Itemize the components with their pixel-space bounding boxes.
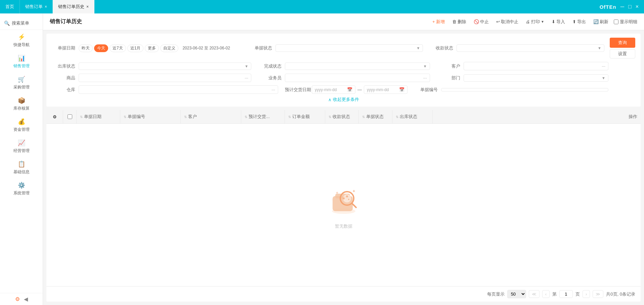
th-settings[interactable]: ⚙ [46, 110, 63, 123]
search-menu[interactable]: 🔍 搜索菜单 [0, 17, 43, 30]
calendar-icon2[interactable]: 📅 [399, 87, 404, 92]
complete-status-select[interactable]: ▼ [285, 63, 430, 70]
date-btn-more[interactable]: 更多 [145, 44, 159, 52]
goods-input[interactable]: ··· [79, 74, 251, 82]
th-action: 操作 [433, 110, 641, 123]
empty-text: 暂无数据 [335, 223, 352, 229]
delivery-date-end-input[interactable]: yyyy-mm-dd 📅 [364, 85, 407, 94]
query-button[interactable]: 查询 [610, 38, 635, 48]
goods-dots-icon[interactable]: ··· [245, 75, 248, 80]
complete-status-label: 完成状态 [258, 63, 285, 69]
payment-status-select[interactable]: ▼ [457, 44, 604, 52]
sidebar-item-purchase[interactable]: 🛒 采购管理 [0, 72, 43, 93]
sidebar-item-operations[interactable]: 📈 经营管理 [0, 136, 43, 157]
cancel-stop-button[interactable]: ↩ 取消中止 [494, 17, 520, 26]
date-label: 单据日期 [52, 45, 79, 51]
date-btn-custom[interactable]: 自定义 [160, 44, 178, 52]
date-separator: — [355, 87, 364, 92]
tab-sales-order-history-close[interactable]: × [86, 4, 89, 9]
page-input[interactable] [559, 290, 573, 298]
stop-button[interactable]: 🚫 中止 [472, 17, 491, 26]
brand-name: OfTEn [600, 4, 616, 10]
date-btn-yesterday[interactable]: 昨天 [79, 44, 93, 52]
th-delivery[interactable]: ⇅ 预计交货... [241, 110, 285, 123]
sidebar-item-system[interactable]: ⚙️ 系统管理 [0, 178, 43, 199]
window-close-icon[interactable]: × [636, 4, 639, 10]
sidebar-item-finance[interactable]: 💰 资金管理 [0, 115, 43, 136]
warehouse-input[interactable]: ··· [79, 85, 278, 94]
sort-icon4: ⇅ [245, 115, 247, 119]
svg-point-7 [346, 195, 348, 197]
salesperson-input[interactable]: ··· [285, 74, 430, 82]
page-size-label: 每页显示 [487, 291, 505, 297]
sidebar-item-label: 快捷导航 [13, 42, 30, 48]
delivery-date-start-input[interactable]: yyyy-mm-dd 📅 [312, 85, 355, 94]
th-checkbox[interactable] [63, 110, 77, 123]
sidebar-settings-icon[interactable]: ⚙ [15, 296, 20, 302]
date-range-display: 2023-06-02 至 2023-06-02 [182, 45, 230, 51]
sidebar-item-label: 采购管理 [13, 84, 30, 90]
display-detail-toggle[interactable]: 显示明细 [614, 19, 637, 25]
collapse-label: 收起更多条件 [333, 97, 359, 103]
th-customer[interactable]: ⇅ 客户 [181, 110, 241, 123]
chevron-down-icon5: ▼ [602, 76, 605, 80]
tab-sales-order-close[interactable]: × [45, 4, 47, 9]
salesperson-dots-icon[interactable]: ··· [423, 75, 427, 80]
tab-sales-order-history[interactable]: 销售订单历史 × [53, 0, 94, 13]
sidebar-item-basic-info[interactable]: 📋 基础信息 [0, 157, 43, 178]
sort-icon5: ⇅ [288, 115, 291, 119]
page-size-select[interactable]: 50 10 20 100 [507, 290, 526, 298]
customer-input[interactable]: ··· [464, 62, 608, 70]
date-btn-today[interactable]: 今天 [94, 44, 108, 52]
out-status-select[interactable]: ▼ [79, 63, 251, 70]
date-btn-1month[interactable]: 近1月 [127, 44, 144, 52]
delivery-date-start-text: yyyy-mm-dd [315, 87, 337, 92]
date-btn-7days[interactable]: 近7天 [110, 44, 126, 52]
tab-sales-order[interactable]: 销售订单 × [20, 0, 53, 13]
sort-icon6: ⇅ [329, 115, 331, 119]
th-date[interactable]: ⇅ 单据日期 [77, 110, 120, 123]
tab-home[interactable]: 首页 [0, 0, 20, 13]
page-first-btn[interactable]: ≪ [529, 290, 540, 298]
th-amount[interactable]: ⇅ 订单金额 [285, 110, 325, 123]
settings-button[interactable]: 设置 [610, 49, 635, 59]
import-button[interactable]: ⬇ 导入 [550, 17, 567, 26]
dept-select[interactable]: ▼ [464, 74, 608, 82]
window-maximize-icon[interactable]: □ [628, 4, 632, 10]
delete-button[interactable]: 🗑 删除 [450, 17, 468, 26]
order-status-select[interactable]: ▼ [275, 44, 423, 52]
pagination: 每页显示 50 10 20 100 ≪ ‹ 第 页 › ≫ 共0页, 0条记录 [46, 286, 641, 302]
operations-icon: 📈 [18, 139, 25, 147]
warehouse-dots-icon[interactable]: ··· [271, 87, 275, 92]
window-minimize-icon[interactable]: ─ [620, 4, 624, 10]
table-settings-icon[interactable]: ⚙ [53, 114, 57, 119]
refresh-button[interactable]: 🔄 刷新 [591, 17, 610, 26]
calendar-icon[interactable]: 📅 [347, 87, 352, 92]
svg-point-6 [343, 197, 345, 199]
order-no-input[interactable] [441, 88, 608, 91]
empty-illustration: ✦ ✦ · [325, 181, 362, 218]
order-status-label: 单据状态 [249, 45, 275, 51]
sidebar-item-inventory[interactable]: 📦 库存核算 [0, 93, 43, 115]
print-dropdown-icon[interactable]: ▼ [541, 20, 544, 24]
print-button[interactable]: 🖨 打印 ▼ [524, 17, 546, 26]
th-payment-status[interactable]: ⇅ 收款状态 [325, 110, 359, 123]
export-button[interactable]: ⬆ 导出 [570, 17, 588, 26]
sidebar-item-label: 库存核算 [13, 106, 30, 111]
collapse-more-conditions[interactable]: ∧ 收起更多条件 [52, 97, 635, 103]
sidebar-item-sales[interactable]: 📊 销售管理 [0, 51, 43, 72]
customer-dots-icon[interactable]: ··· [602, 64, 605, 69]
sidebar-collapse-icon[interactable]: ◀ [24, 296, 28, 302]
sidebar-item-quick-nav[interactable]: ⚡ 快捷导航 [0, 30, 43, 51]
finance-icon: 💰 [18, 118, 25, 125]
page-next-btn[interactable]: › [583, 290, 590, 298]
display-detail-checkbox[interactable] [614, 20, 618, 24]
page-prev-btn[interactable]: ‹ [542, 290, 550, 298]
sort-up-down-icon: ⇅ [80, 115, 83, 119]
th-order-status[interactable]: ⇅ 单据状态 [359, 110, 392, 123]
th-order-no[interactable]: ⇅ 单据编号 [120, 110, 181, 123]
th-out-status[interactable]: ⇅ 出库状态 [392, 110, 433, 123]
select-all-checkbox[interactable] [68, 114, 72, 119]
page-last-btn[interactable]: ≫ [593, 290, 603, 298]
new-button[interactable]: + 新增 [430, 17, 447, 26]
